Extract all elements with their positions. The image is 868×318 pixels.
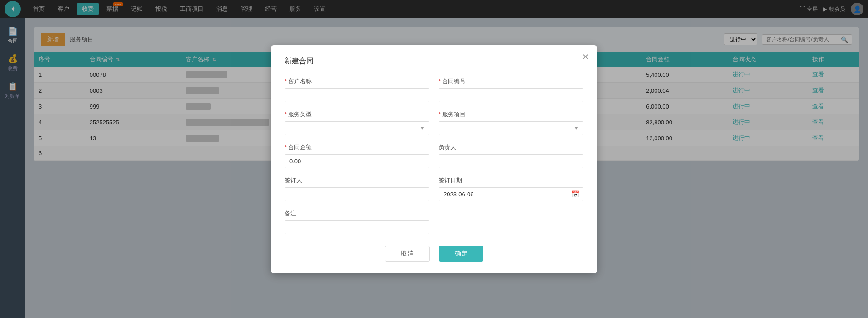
field-remarks: 备注: [285, 209, 429, 234]
required-mark: *: [439, 78, 441, 85]
form-row-1: * 客户名称 * 合同编号: [285, 77, 583, 102]
responsible-label-text: 负责人: [439, 143, 456, 152]
new-contract-modal: ✕ 新建合同 * 客户名称 * 合同编号: [271, 45, 597, 273]
service-item-label-text: 服务项目: [442, 110, 466, 119]
remarks-input[interactable]: [285, 220, 429, 234]
content-area: 新增 服务项目 进行中 已完成 已终止 🔍 序号 合同编号: [25, 18, 868, 318]
form-row-5: 备注: [285, 209, 583, 234]
amount-label-text: 合同金额: [288, 143, 312, 152]
field-responsible: 负责人: [439, 143, 583, 168]
form-row-2: * 服务类型 ▼ * 服务项目: [285, 110, 583, 135]
field-signer: 签订人: [285, 176, 429, 201]
label-contract-amount: * 合同金额: [285, 143, 429, 152]
required-mark: *: [285, 144, 287, 151]
sign-date-input[interactable]: [439, 187, 583, 201]
contract-no-label-text: 合同编号: [442, 77, 466, 85]
label-service-item: * 服务项目: [439, 110, 583, 119]
service-item-select[interactable]: [439, 121, 583, 135]
signer-label-text: 签订人: [285, 176, 302, 185]
label-sign-date: 签订日期: [439, 176, 583, 185]
customer-name-label-text: 客户名称: [288, 77, 312, 85]
service-type-select[interactable]: [285, 121, 429, 135]
modal-close-button[interactable]: ✕: [582, 52, 589, 62]
modal-overlay: ✕ 新建合同 * 客户名称 * 合同编号: [25, 18, 868, 318]
field-contract-no: * 合同编号: [439, 77, 583, 102]
field-sign-date: 签订日期 📅: [439, 176, 583, 201]
empty-field: [439, 209, 583, 234]
label-customer-name: * 客户名称: [285, 77, 429, 85]
service-type-label-text: 服务类型: [288, 110, 312, 119]
cancel-button[interactable]: 取消: [385, 246, 430, 262]
label-remarks: 备注: [285, 209, 429, 218]
label-contract-no: * 合同编号: [439, 77, 583, 85]
required-mark: *: [285, 78, 287, 85]
form-row-3: * 合同金额 负责人: [285, 143, 583, 168]
required-mark: *: [439, 111, 441, 118]
signer-input[interactable]: [285, 187, 429, 201]
field-contract-amount: * 合同金额: [285, 143, 429, 168]
label-responsible: 负责人: [439, 143, 583, 152]
contract-no-input[interactable]: [439, 88, 583, 102]
service-item-wrapper: ▼: [439, 121, 583, 135]
required-mark: *: [285, 111, 287, 118]
label-signer: 签订人: [285, 176, 429, 185]
service-type-wrapper: ▼: [285, 121, 429, 135]
sign-date-label-text: 签订日期: [439, 176, 462, 185]
modal-footer: 取消 确定: [285, 246, 583, 262]
form-row-4: 签订人 签订日期 📅: [285, 176, 583, 201]
calendar-icon[interactable]: 📅: [571, 190, 579, 198]
field-service-item: * 服务项目 ▼: [439, 110, 583, 135]
modal-title: 新建合同: [285, 57, 583, 66]
contract-amount-input[interactable]: [285, 154, 429, 168]
label-service-type: * 服务类型: [285, 110, 429, 119]
customer-name-input[interactable]: [285, 88, 429, 102]
date-field-wrapper: 📅: [439, 187, 583, 201]
confirm-button[interactable]: 确定: [439, 246, 483, 262]
remarks-label-text: 备注: [285, 209, 296, 218]
field-customer-name: * 客户名称: [285, 77, 429, 102]
responsible-input[interactable]: [439, 154, 583, 168]
field-service-type: * 服务类型 ▼: [285, 110, 429, 135]
